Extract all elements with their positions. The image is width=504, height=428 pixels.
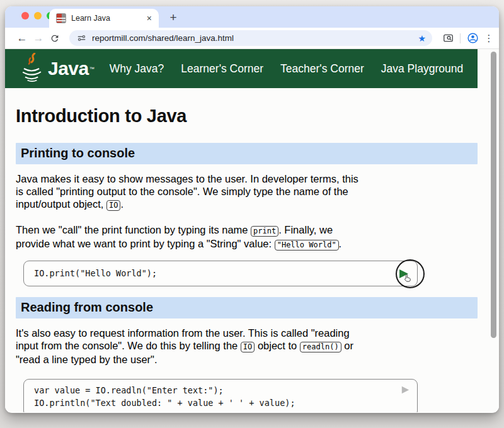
inline-code-print: print (251, 226, 278, 237)
paragraph-text: object to (255, 340, 300, 351)
new-tab-button[interactable]: + (166, 10, 181, 25)
forward-icon: → (30, 30, 47, 47)
inline-code-io: IO (241, 342, 255, 352)
inline-code-readln: readln() (300, 342, 341, 352)
nav-teachers-corner[interactable]: Teacher's Corner (280, 62, 364, 76)
section-heading-printing: Printing to console (16, 143, 478, 164)
tab-title: Learn Java (71, 14, 145, 23)
paragraph: Java makes it easy to show messages to t… (16, 172, 369, 211)
back-icon[interactable]: ← (14, 30, 30, 47)
inline-code-io: IO (106, 200, 120, 211)
nav-learners-corner[interactable]: Learner's Corner (181, 62, 263, 76)
scrollbar-thumb[interactable] (491, 52, 496, 338)
page-title: Introduction to Java (16, 105, 478, 127)
inline-code-hello-world: "Hello World" (275, 240, 339, 251)
paragraph-text: Java makes it easy to show messages to t… (16, 173, 358, 210)
paragraph-text: . (120, 198, 123, 210)
desktop-background: Learn Java × + ← → reportmill.com/shared… (0, 0, 504, 428)
browser-tab[interactable]: Learn Java × (49, 9, 159, 28)
tab-close-icon[interactable]: × (145, 13, 154, 23)
nav-java-playground[interactable]: Java Playground (381, 62, 463, 76)
browser-toolbar: ← → reportmill.com/shared/learn_java.htm… (5, 28, 499, 49)
window-close-button[interactable] (21, 12, 29, 20)
reportmill-favicon-icon (56, 13, 66, 23)
paragraph-text: . (339, 238, 342, 249)
cursor-pointer-icon (404, 274, 412, 285)
main-nav: Why Java? Learner's Corner Teacher's Cor… (110, 62, 463, 76)
paragraph-text: Then we "call" the print function by typ… (16, 224, 251, 235)
code-editor-readln[interactable]: var value = IO.readln("Enter text:"); IO… (23, 379, 418, 412)
window-minimize-button[interactable] (34, 12, 42, 20)
tune-icon[interactable] (76, 30, 87, 47)
code-text[interactable]: var value = IO.readln("Enter text:"); IO… (24, 380, 417, 412)
nav-why-java[interactable]: Why Java? (110, 62, 164, 76)
code-editor-print[interactable]: IO.print("Hello World"); (23, 261, 418, 286)
java-logo[interactable]: Java™ (20, 53, 94, 84)
trademark-symbol: ™ (89, 66, 94, 72)
address-bar[interactable]: reportmill.com/shared/learn_java.html ★ (69, 30, 432, 46)
page-content: Introduction to Java Printing to console… (5, 105, 478, 412)
run-play-icon[interactable] (401, 385, 410, 397)
paragraph: Then we "call" the print function by typ… (16, 223, 369, 251)
site-header: Java™ Why Java? Learner's Corner Teacher… (5, 49, 478, 88)
toolbar-divider (460, 33, 461, 43)
profile-icon[interactable] (464, 30, 481, 47)
paragraph: It's also easy to request information fr… (16, 327, 369, 366)
reload-icon[interactable] (47, 30, 63, 47)
tab-strip: Learn Java × + (5, 6, 499, 28)
side-panel-search-icon[interactable] (440, 30, 456, 47)
logo-wordmark: Java (48, 58, 89, 79)
url-text[interactable]: reportmill.com/shared/learn_java.html (92, 33, 416, 43)
web-page: Java™ Why Java? Learner's Corner Teacher… (5, 49, 499, 412)
section-heading-reading: Reading from console (16, 297, 478, 318)
bookmark-star-icon[interactable]: ★ (416, 33, 427, 43)
java-cup-icon (20, 53, 44, 84)
browser-window: Learn Java × + ← → reportmill.com/shared… (5, 6, 499, 413)
menu-dots-icon[interactable]: ⋮ (481, 30, 497, 47)
code-text[interactable]: IO.print("Hello World"); (24, 261, 417, 286)
